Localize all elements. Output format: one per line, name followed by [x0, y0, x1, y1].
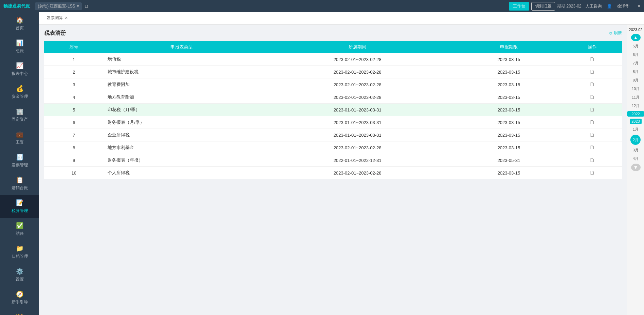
ai-consult-link[interactable]: 人工咨询 — [585, 3, 602, 9]
sidebar-item-固定资产[interactable]: 🏢 固定资产 — [0, 104, 39, 126]
sidebar-icon: 🧾 — [16, 153, 23, 161]
sidebar-item-设置[interactable]: ⚙️ 设置 — [0, 264, 39, 286]
action-icon[interactable]: 🗋 — [590, 170, 595, 176]
switch-button[interactable]: 切到旧版 — [531, 2, 555, 11]
sidebar-item-工资[interactable]: 💼 工资 — [0, 126, 39, 149]
sidebar-item-畅会员[interactable]: 👑 畅会员 — [0, 309, 39, 315]
refresh-button[interactable]: ↻ 刷新 — [609, 30, 622, 36]
row-deadline: 2023-03-15 — [455, 53, 563, 66]
calendar-down-button[interactable]: ▼ — [631, 164, 641, 171]
sidebar-item-首页[interactable]: 🏠 首页 — [0, 12, 39, 35]
row-action[interactable]: 🗋 — [563, 129, 622, 141]
sidebar-item-报表中心[interactable]: 📈 报表中心 — [0, 58, 39, 81]
sidebar-item-label: 首页 — [16, 25, 24, 31]
row-period: 2023-02-01~2023-02-28 — [260, 141, 455, 154]
row-action[interactable]: 🗋 — [563, 91, 622, 104]
calendar-month-2023-1月[interactable]: 1月 — [630, 125, 641, 134]
table-row: 10 个人所得税 2023-02-01~2023-02-28 2023-03-1… — [44, 167, 622, 179]
chevron-down-icon: ▾ — [77, 4, 79, 9]
top-right-area: 人工咨询 👤 徐泽华 ✕ — [585, 3, 641, 9]
sidebar-item-label: 新手引导 — [12, 299, 28, 305]
calendar-month-2022-8月[interactable]: 8月 — [631, 68, 640, 76]
action-icon[interactable]: 🗋 — [590, 132, 595, 138]
calendar-month-2022-10月[interactable]: 10月 — [631, 85, 640, 93]
row-period: 2023-02-01~2023-02-28 — [260, 167, 455, 179]
row-id: 10 — [44, 167, 103, 179]
sidebar-item-总账[interactable]: 📊 总账 — [0, 35, 39, 58]
sidebar-item-发票管理[interactable]: 🧾 发票管理 — [0, 149, 39, 172]
sidebar-item-label: 税务管理 — [12, 208, 28, 214]
sidebar-icon: 📈 — [16, 62, 23, 70]
sidebar-item-税务管理[interactable]: 📝 税务管理 — [0, 195, 39, 218]
row-action[interactable]: 🗋 — [563, 53, 622, 66]
row-action[interactable]: 🗋 — [563, 78, 622, 91]
calendar-panel: 2023.02 ▲ 5月6月7月8月9月10月11月12月 2022 20231… — [627, 25, 644, 315]
row-deadline: 2023-03-15 — [455, 167, 563, 179]
row-id: 1 — [44, 53, 103, 66]
row-deadline: 2023-03-15 — [455, 141, 563, 154]
period-info: 期期 2023-02 — [557, 3, 581, 9]
year-2023-label[interactable]: 2023 — [630, 119, 641, 124]
calendar-month-2022-12月[interactable]: 12月 — [631, 102, 640, 110]
row-period: 2023-01-01~2023-03-31 — [260, 129, 455, 141]
sidebar-icon: 💰 — [16, 85, 23, 92]
tab-close-icon[interactable]: ✕ — [65, 16, 68, 20]
company-selector[interactable]: (勿动) 江西服宝-LSS ▾ — [35, 2, 82, 10]
calendar-month-2022-5月[interactable]: 5月 — [631, 42, 640, 50]
row-type: 地方水利基金 — [103, 141, 260, 154]
action-icon[interactable]: 🗋 — [590, 69, 595, 75]
table-header-所属期间: 所属期间 — [260, 41, 455, 53]
calendar-active-month[interactable]: 2月 — [630, 135, 641, 145]
calendar-month-active-wrapper: 2月 — [630, 134, 641, 146]
close-window-icon[interactable]: ✕ — [637, 4, 641, 9]
row-type: 企业所得税 — [103, 129, 260, 141]
sidebar-item-新手引导[interactable]: 🧭 新手引导 — [0, 286, 39, 309]
tab-发票测算[interactable]: 发票测算✕ — [43, 12, 80, 24]
table-row: 8 地方水利基金 2023-02-01~2023-02-28 2023-03-1… — [44, 141, 622, 154]
sidebar-item-label: 结账 — [16, 231, 24, 237]
calendar-month-2023-3月[interactable]: 3月 — [630, 146, 641, 154]
row-action[interactable]: 🗋 — [563, 141, 622, 154]
year-2022-label[interactable]: 2022 — [627, 111, 644, 117]
sidebar-item-结账[interactable]: ✅ 结账 — [0, 218, 39, 241]
sidebar-item-label: 工资 — [16, 139, 24, 145]
sidebar-icon: 📊 — [16, 39, 23, 47]
calendar-month-2022-11月[interactable]: 11月 — [631, 93, 640, 102]
calendar-month-2022-9月[interactable]: 9月 — [631, 76, 640, 85]
calendar-up-button[interactable]: ▲ — [631, 34, 641, 41]
calendar-month-2023-4月[interactable]: 4月 — [630, 154, 641, 163]
workspace-button[interactable]: 工作台 — [509, 2, 529, 11]
row-period: 2023-01-01~2023-03-31 — [260, 104, 455, 116]
sidebar-item-资金管理[interactable]: 💰 资金管理 — [0, 81, 39, 104]
sidebar-icon: 📁 — [16, 245, 23, 252]
sidebar-item-进销台账[interactable]: 📋 进销台账 — [0, 172, 39, 195]
sidebar-icon: 🏠 — [16, 16, 23, 24]
table-header-操作: 操作 — [563, 41, 622, 53]
action-icon[interactable]: 🗋 — [590, 56, 595, 62]
row-period: 2023-02-01~2023-02-28 — [260, 53, 455, 66]
tax-table: 序号申报表类型所属期间申报期限操作 1 增值税 2023-02-01~2023-… — [44, 41, 622, 179]
copy-icon: 🗋 — [84, 4, 89, 9]
action-icon[interactable]: 🗋 — [590, 145, 595, 150]
calendar-month-2022-7月[interactable]: 7月 — [631, 59, 640, 68]
action-icon[interactable]: 🗋 — [590, 81, 595, 87]
row-type: 地方教育附加 — [103, 91, 260, 104]
row-action[interactable]: 🗋 — [563, 167, 622, 179]
row-action[interactable]: 🗋 — [563, 104, 622, 116]
calendar-month-2022-6月[interactable]: 6月 — [631, 50, 640, 59]
row-action[interactable]: 🗋 — [563, 116, 622, 129]
action-icon[interactable]: 🗋 — [590, 94, 595, 100]
action-icon[interactable]: 🗋 — [590, 107, 595, 112]
row-id: 4 — [44, 91, 103, 104]
user-avatar: 👤 — [607, 4, 612, 9]
row-period: 2023-02-01~2023-02-28 — [260, 66, 455, 78]
row-period: 2022-01-01~2022-12-31 — [260, 154, 455, 167]
action-icon[interactable]: 🗋 — [590, 157, 595, 163]
action-icon[interactable]: 🗋 — [590, 119, 595, 125]
sidebar-item-归档管理[interactable]: 📁 归档管理 — [0, 241, 39, 264]
row-id: 7 — [44, 129, 103, 141]
row-action[interactable]: 🗋 — [563, 66, 622, 78]
sidebar-icon: 🏢 — [16, 108, 23, 115]
table-header-序号: 序号 — [44, 41, 103, 53]
row-action[interactable]: 🗋 — [563, 154, 622, 167]
